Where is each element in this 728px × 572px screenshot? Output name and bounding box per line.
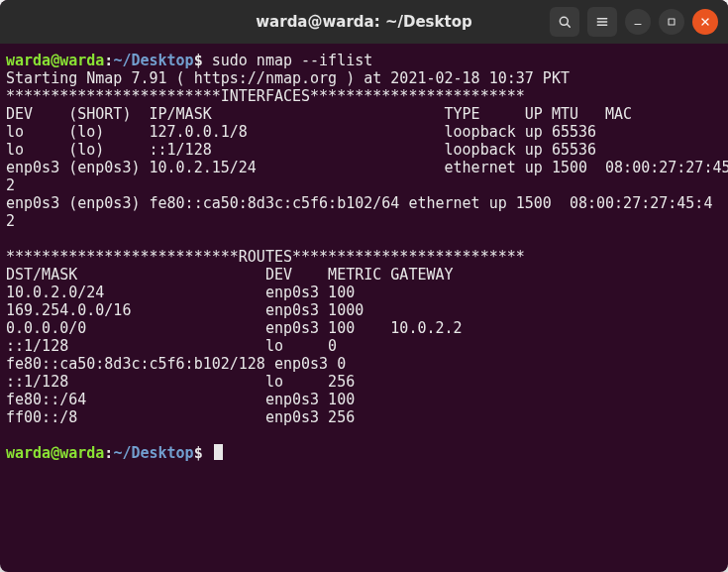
svg-line-1: [567, 24, 570, 27]
command-text: sudo nmap --iflist: [212, 52, 373, 69]
minimize-icon: [632, 16, 644, 28]
terminal-window: warda@warda: ~/Desktop: [0, 0, 728, 572]
prompt-symbol: $: [194, 444, 203, 462]
maximize-button[interactable]: [659, 9, 684, 35]
titlebar-right: [530, 7, 718, 37]
prompt-path: ~/Desktop: [113, 52, 193, 69]
hamburger-menu-button[interactable]: [587, 7, 617, 37]
search-icon: [557, 14, 572, 30]
window-title: warda@warda: ~/Desktop: [198, 13, 530, 31]
minimize-button[interactable]: [625, 9, 651, 35]
maximize-icon: [666, 16, 677, 28]
prompt-user-host: warda@warda: [6, 444, 104, 462]
titlebar: warda@warda: ~/Desktop: [0, 0, 728, 44]
prompt-path: ~/Desktop: [113, 444, 193, 462]
prompt-user-host: warda@warda: [6, 52, 104, 69]
svg-rect-6: [669, 19, 675, 25]
hamburger-icon: [594, 14, 610, 30]
search-button[interactable]: [550, 7, 579, 37]
terminal-output[interactable]: warda@warda:~/Desktop$ sudo nmap --iflis…: [0, 44, 728, 572]
close-button[interactable]: [692, 9, 718, 35]
prompt-symbol: $: [194, 52, 203, 69]
cursor: [214, 444, 223, 460]
close-icon: [699, 16, 711, 28]
